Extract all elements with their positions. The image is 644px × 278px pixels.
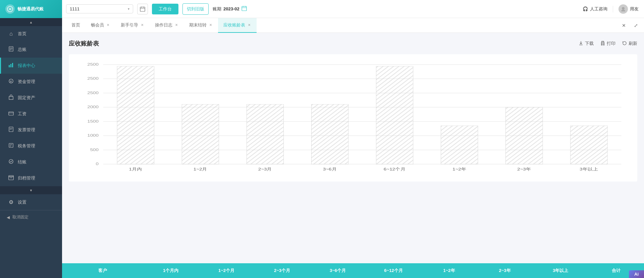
sidebar-label-ledger: 总账 [18,47,26,53]
tab-aging-label: 应收账龄表 [223,22,245,28]
top-header: 畅捷通易代账 1111 ▾ 工作台 切到旧版 账期 2023-02 🎧 人工咨询… [0,0,644,18]
period-calendar-icon[interactable] [241,6,247,12]
svg-text:3年以上: 3年以上 [580,167,598,171]
sidebar-label-settings: 设置 [18,199,26,205]
sidebar-label-checkout: 结账 [18,159,26,165]
tabs-actions: ✕ ⤢ [620,21,640,29]
ai-badge[interactable]: Ai [629,270,644,278]
sidebar-item-settings[interactable]: ⚙ 设置 [0,194,62,210]
sidebar-footer[interactable]: ◀ 取消固定 [0,210,62,224]
consult-label: 人工咨询 [590,6,607,12]
main-layout: ▲ ⌂ 首页 总账 报表中心 ¥ 资金管理 固定资产 [0,18,644,278]
tabs-close-all[interactable]: ✕ [620,21,628,29]
download-label: 下载 [585,41,594,47]
download-icon [579,41,583,47]
tab-aging[interactable]: 应收账龄表 ✕ [218,18,257,33]
sidebar-item-checkout[interactable]: 结账 [0,154,62,170]
th-3-6month: 3~6个月 [310,268,366,274]
checkout-icon [8,159,14,165]
consult-button[interactable]: 🎧 人工咨询 [583,6,607,12]
sidebar-label-funds: 资金管理 [18,79,35,85]
sidebar-label-tax: 税务管理 [18,143,35,149]
sidebar-item-archive[interactable]: 归档管理 [0,170,62,186]
tab-guide[interactable]: 新手引导 ✕ [115,18,150,33]
th-customer: 客户 [62,268,143,274]
svg-text:3~6月: 3~6月 [323,167,337,171]
tab-member[interactable]: 畅会员 ✕ [86,18,115,33]
sidebar-item-home[interactable]: ⌂ 首页 [0,26,62,42]
tab-guide-close[interactable]: ✕ [140,22,144,27]
svg-text:2500: 2500 [87,90,99,95]
refresh-icon [622,41,627,47]
sidebar-label-home: 首页 [18,31,26,37]
th-6-12month: 6~12个月 [366,268,421,274]
svg-rect-19 [9,96,13,99]
pin-icon: ◀ [7,215,10,220]
company-selector[interactable]: 1111 ▾ [66,4,133,13]
content-area: 首页 畅会员 ✕ 新手引导 ✕ 操作日志 ✕ 期末结转 ✕ 应收账龄表 ✕ [62,18,644,278]
ledger-icon [8,46,14,53]
sidebar-item-tax[interactable]: 税务管理 [0,138,62,154]
svg-text:1~2年: 1~2年 [452,167,466,171]
svg-text:1~2月: 1~2月 [194,167,207,171]
sidebar-item-salary[interactable]: 工资 [0,106,62,122]
svg-text:2500: 2500 [87,62,99,66]
sidebar-item-invoice[interactable]: 发票管理 [0,122,62,138]
period-label: 账期 [213,6,221,12]
svg-rect-55 [311,105,348,164]
th-2-3year: 2~3年 [477,268,533,274]
svg-text:2500: 2500 [87,76,99,81]
print-icon [600,41,605,47]
tabs-expand[interactable]: ⤢ [632,21,640,29]
tab-closing[interactable]: 期末结转 ✕ [184,18,218,33]
svg-point-26 [9,159,13,163]
sidebar-item-funds[interactable]: ¥ 资金管理 [0,74,62,90]
svg-text:500: 500 [90,147,99,152]
sidebar-item-assets[interactable]: 固定资产 [0,90,62,106]
sidebar-item-ledger[interactable]: 总账 [0,42,62,58]
svg-rect-1 [140,7,145,11]
tab-oplog[interactable]: 操作日志 ✕ [150,18,184,33]
calendar-button[interactable] [137,4,148,14]
refresh-button[interactable]: 刷新 [622,41,637,47]
sidebar-scroll-up[interactable]: ▲ [0,18,62,26]
tab-closing-close[interactable]: ✕ [209,22,213,27]
sidebar-label-invoice: 发票管理 [18,127,35,133]
tab-member-close[interactable]: ✕ [106,22,110,27]
user-area[interactable]: 用友 [619,4,639,14]
sidebar: ▲ ⌂ 首页 总账 报表中心 ¥ 资金管理 固定资产 [0,18,62,278]
switch-old-button[interactable]: 切到旧版 [182,3,209,15]
svg-text:¥: ¥ [10,80,12,83]
workbench-button[interactable]: 工作台 [152,4,178,14]
chevron-down-icon: ▾ [128,7,129,11]
home-icon: ⌂ [8,31,14,37]
th-1-2year: 1~2年 [421,268,477,274]
chart-inner: 2500 2500 2500 2000 1500 1000 500 0 [75,61,631,175]
svg-text:1500: 1500 [87,119,99,123]
sidebar-scroll-down[interactable]: ▼ [0,186,62,194]
svg-text:2~3年: 2~3年 [517,167,531,171]
tab-closing-label: 期末结转 [189,22,207,28]
svg-rect-28 [9,176,13,177]
chart-svg: 2500 2500 2500 2000 1500 1000 500 0 [75,61,631,175]
page-header: 应收账龄表 下载 打印 [69,40,637,48]
sidebar-item-reports[interactable]: 报表中心 [0,58,62,74]
svg-text:1月内: 1月内 [129,167,142,171]
period-value: 2023-02 [223,6,239,11]
ai-label: Ai [634,272,639,277]
tab-oplog-close[interactable]: ✕ [174,22,178,27]
print-button[interactable]: 打印 [600,41,615,47]
tab-home[interactable]: 首页 [66,18,86,33]
sidebar-label-salary: 工资 [18,111,26,117]
tab-home-label: 首页 [71,22,80,28]
download-button[interactable]: 下载 [579,41,594,47]
tabs-bar: 首页 畅会员 ✕ 新手引导 ✕ 操作日志 ✕ 期末结转 ✕ 应收账龄表 ✕ [62,18,644,33]
svg-rect-57 [376,66,413,164]
refresh-label: 刷新 [629,41,637,47]
tab-oplog-label: 操作日志 [155,22,172,28]
tab-member-label: 畅会员 [91,22,104,28]
tab-aging-close[interactable]: ✕ [247,22,251,27]
sidebar-footer-label: 取消固定 [12,214,29,220]
svg-rect-49 [117,66,154,164]
funds-icon: ¥ [8,78,14,85]
